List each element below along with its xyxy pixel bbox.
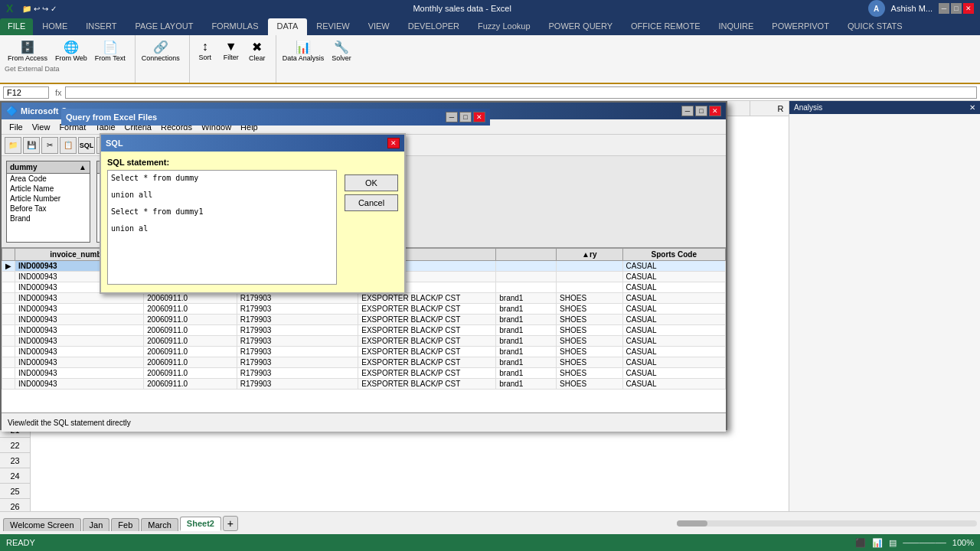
sql-title: SQL (106, 139, 123, 148)
tab-pagelayout[interactable]: PAGE LAYOUT (126, 18, 202, 35)
tab-home[interactable]: HOME (33, 18, 77, 35)
sql-ok-button[interactable]: OK (345, 174, 398, 191)
sql-cancel-button[interactable]: Cancel (345, 194, 398, 211)
connections-icon: 🔗 (153, 40, 168, 54)
close-panel-icon[interactable]: ✕ (969, 103, 975, 112)
tab-powerquery[interactable]: POWER QUERY (540, 18, 622, 35)
clear-button[interactable]: ✖ Clear (245, 38, 270, 64)
formula-bar: fx (0, 84, 980, 101)
maximize-button[interactable]: □ (951, 3, 962, 14)
table-row: IND000943 20060911.0 R179903 EXSPORTER B… (2, 304, 726, 315)
mq-tool-3[interactable]: ✂ (41, 137, 58, 154)
status-icon-2: 📊 (872, 538, 883, 548)
tab-jan[interactable]: Jan (83, 518, 110, 531)
mq-col-category[interactable]: ▲ry (557, 249, 622, 261)
mq-menu-view[interactable]: View (28, 121, 55, 133)
table-row: IND000943 20060911.0 R179903 EXSPORTER B… (2, 336, 726, 347)
from-web-button[interactable]: 🌐 From Web (52, 38, 90, 64)
tab-feb[interactable]: Feb (111, 518, 139, 531)
qfe-restore-button[interactable]: □ (459, 112, 472, 122)
tab-powerpivot[interactable]: POWERPIVOT (763, 18, 838, 35)
tab-formulas[interactable]: FORMULAS (202, 18, 267, 35)
from-text-button[interactable]: 📄 From Text (92, 38, 129, 64)
title-bar-left: X 📁 ↩ ↪ ✓ (6, 2, 57, 15)
status-zoom-slider[interactable]: ──────── (903, 539, 946, 547)
sql-textarea[interactable]: Select * from dummy union all Select * f… (107, 170, 337, 285)
mq-tool-2[interactable]: 💾 (23, 137, 40, 154)
user-name: Ashish M... (891, 4, 933, 13)
user-avatar: A (868, 0, 885, 17)
excel-logo-icon: X (6, 2, 13, 15)
filter-button[interactable]: ▼ Filter (219, 38, 243, 64)
tab-sheet2[interactable]: Sheet2 (180, 517, 221, 531)
tab-file[interactable]: FILE (0, 18, 33, 35)
tab-inquire[interactable]: INQUIRE (709, 18, 763, 35)
database-icon: 🗄️ (20, 40, 35, 54)
row-26[interactable]: 26 (0, 499, 31, 511)
status-icon-3: ▤ (889, 538, 897, 548)
sort-az-button[interactable]: ↕ Sort (193, 38, 217, 64)
add-sheet-button[interactable]: + (223, 516, 238, 531)
sql-label: SQL statement: (107, 158, 337, 167)
tab-officeremote[interactable]: OFFICE REMOTE (622, 18, 709, 35)
filter-icon: ▼ (225, 40, 237, 54)
tab-developer[interactable]: DEVELOPER (399, 18, 469, 35)
connections-label: Connections (142, 54, 180, 62)
tab-welcome-screen[interactable]: Welcome Screen (3, 518, 81, 531)
tab-quickstats[interactable]: QUICK STATS (838, 18, 912, 35)
sql-title-bar: SQL ✕ (101, 135, 404, 152)
mq-tool-1[interactable]: 📁 (5, 137, 21, 154)
connections-button[interactable]: 🔗 Connections (139, 38, 183, 64)
qfe-overlay: Query from Excel Files ─ □ ✕ SQL ✕ SQL s… (61, 109, 490, 286)
status-bar: READY ⬛ 📊 ▤ ──────── 100% (0, 534, 980, 551)
mq-maximize-button[interactable]: □ (695, 106, 707, 116)
title-bar: X 📁 ↩ ↪ ✓ Monthly sales data - Excel A A… (0, 0, 980, 17)
mq-col-brand[interactable] (496, 249, 557, 261)
mq-close-button[interactable]: ✕ (709, 106, 721, 116)
from-access-button[interactable]: 🗄️ From Access (5, 38, 51, 64)
mq-minimize-button[interactable]: ─ (681, 106, 694, 116)
analysis-icon: 📊 (296, 40, 311, 54)
sql-dialog: SQL ✕ SQL statement: Select * from dummy… (100, 133, 406, 294)
text-icon: 📄 (103, 40, 118, 54)
status-right: ⬛ 📊 ▤ ──────── 100% (855, 538, 974, 548)
qfe-close-button[interactable]: ✕ (473, 112, 485, 122)
formula-bar-input[interactable] (65, 86, 977, 99)
from-access-label: From Access (8, 54, 47, 62)
row-24[interactable]: 24 (0, 468, 31, 484)
sql-close-button[interactable]: ✕ (387, 138, 400, 148)
table-row: IND000943 20060911.0 R179903 EXSPORTER B… (2, 379, 726, 390)
col-header-R[interactable]: R (750, 101, 789, 116)
solver-icon: 🔧 (334, 40, 349, 54)
tab-fuzzylookup[interactable]: Fuzzy Lookup (469, 18, 539, 35)
row-25[interactable]: 25 (0, 484, 31, 499)
tab-review[interactable]: REVIEW (307, 18, 358, 35)
solver-button[interactable]: 🔧 Solver (328, 38, 354, 64)
table-row: IND000943 20060911.0 R179903 EXSPORTER B… (2, 347, 726, 357)
qfe-controls[interactable]: ─ □ ✕ (446, 112, 485, 122)
app-title: Monthly sales data - Excel (57, 4, 868, 13)
tab-march[interactable]: March (141, 518, 178, 531)
close-button[interactable]: ✕ (963, 3, 974, 14)
window-controls[interactable]: ─ □ ✕ (939, 3, 974, 14)
mq-window-controls[interactable]: ─ □ ✕ (681, 106, 721, 116)
analysis-panel-header: Analysis (794, 103, 822, 112)
tab-data[interactable]: DATA (268, 18, 308, 35)
table-row: IND000943 20060911.0 R179903 EXSPORTER B… (2, 325, 726, 336)
data-analysis-button[interactable]: 📊 Data Analysis (279, 38, 328, 64)
mq-col-sports[interactable]: Sports Code (622, 249, 726, 261)
mq-menu-file[interactable]: File (5, 121, 28, 133)
row-22[interactable]: 22 (0, 438, 31, 453)
minimize-button[interactable]: ─ (939, 3, 949, 14)
qfe-title: Query from Excel Files (66, 112, 157, 122)
clear-icon: ✖ (252, 40, 262, 54)
tab-view[interactable]: VIEW (359, 18, 399, 35)
qfe-minimize-button[interactable]: ─ (446, 112, 458, 122)
tab-insert[interactable]: INSERT (77, 18, 126, 35)
formula-bar-separator: fx (52, 88, 65, 97)
name-box[interactable] (3, 86, 49, 99)
from-web-label: From Web (55, 54, 87, 62)
row-23[interactable]: 23 (0, 453, 31, 468)
ribbon-tabs: FILE HOME INSERT PAGE LAYOUT FORMULAS DA… (0, 17, 980, 35)
sort-az-icon: ↕ (202, 40, 208, 54)
